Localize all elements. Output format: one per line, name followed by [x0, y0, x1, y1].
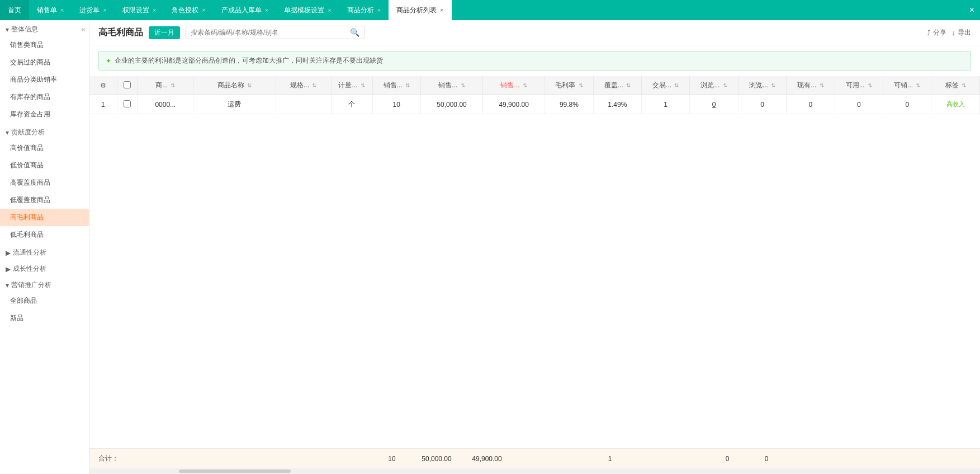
th-gross-rate[interactable]: 毛利率 ⇅: [545, 76, 593, 95]
sort-icon: ⇅: [361, 82, 365, 88]
horizontal-scrollbar[interactable]: [89, 468, 980, 474]
search-icon[interactable]: 🔍: [350, 28, 359, 37]
cell-gross-rate: 99.8%: [545, 95, 593, 114]
cell-browse1[interactable]: 0: [690, 95, 738, 114]
close-icon[interactable]: ×: [60, 7, 64, 13]
nav-purchase-order[interactable]: 进货单 ×: [72, 0, 114, 20]
sort-icon: ⇅: [868, 82, 872, 88]
th-stock2[interactable]: 可用... ⇅: [835, 76, 883, 95]
th-browse1[interactable]: 浏览... ⇅: [690, 76, 738, 95]
sidebar-item-sales-goods[interactable]: 销售类商品: [0, 36, 89, 54]
th-checkbox[interactable]: [117, 76, 138, 95]
sidebar-item-new-goods[interactable]: 新品: [0, 309, 89, 327]
global-close-icon[interactable]: ×: [969, 5, 974, 15]
select-all-checkbox[interactable]: [124, 81, 131, 88]
chevron-down-icon: ▾: [6, 26, 9, 34]
export-icon: ↓: [952, 29, 956, 37]
sort-icon: ⇅: [771, 82, 775, 88]
th-code[interactable]: 商... ⇅: [138, 76, 193, 95]
settings-icon[interactable]: ⚙: [100, 82, 106, 90]
sidebar-item-low-margin[interactable]: 低毛利商品: [0, 226, 89, 243]
close-icon[interactable]: ×: [440, 7, 443, 13]
nav-role-auth[interactable]: 角色授权 ×: [164, 0, 213, 20]
footer-label: 合计：: [98, 454, 143, 463]
close-icon[interactable]: ×: [377, 7, 381, 13]
th-sales-amt[interactable]: 销售... ⇅: [421, 76, 483, 95]
sidebar-group-growth[interactable]: ▶ 成长性分析: [0, 260, 89, 276]
sidebar-item-in-stock-goods[interactable]: 有库存的商品: [0, 88, 89, 106]
period-button[interactable]: 近一月: [149, 26, 180, 39]
browse-link[interactable]: 0: [712, 101, 716, 109]
nav-product-analysis[interactable]: 商品分析 ×: [339, 0, 389, 20]
nav-product-analysis-list[interactable]: 商品分析列表 ×: [389, 0, 451, 20]
main-layout: « ▾ 整体信息 销售类商品 交易过的商品 商品分类助销率 有库存的商品 库存资…: [0, 20, 980, 474]
cell-num: 1: [89, 95, 117, 114]
cell-sales-amt: 50,000.00: [421, 95, 483, 114]
th-spec[interactable]: 规格... ⇅: [276, 76, 331, 95]
tag-badge: 高收入: [946, 101, 965, 107]
cell-browse2: 0: [738, 95, 786, 114]
footer-sales-qty: 10: [372, 455, 411, 463]
th-unit[interactable]: 计量... ⇅: [331, 76, 372, 95]
close-icon[interactable]: ×: [103, 7, 106, 13]
th-coverage[interactable]: 覆盖... ⇅: [593, 76, 641, 95]
page-title: 高毛利商品: [98, 27, 143, 39]
sidebar-group-liquidity[interactable]: ▶ 流通性分析: [0, 243, 89, 260]
close-icon[interactable]: ×: [328, 7, 331, 13]
footer-trade: 1: [590, 455, 629, 463]
nav-home[interactable]: 首页: [0, 0, 29, 20]
th-trade[interactable]: 交易... ⇅: [642, 76, 690, 95]
chevron-right-icon: ▶: [6, 265, 11, 273]
table-row: 10000...运费个1050,000.0049,900.0099.8%1.49…: [89, 95, 980, 114]
th-sales-profit[interactable]: 销售... ⇅: [483, 76, 545, 95]
sidebar-item-stock-capital[interactable]: 库存资金占用: [0, 106, 89, 123]
content-header: 高毛利商品 近一月 🔍 ⤴ 分享 ↓ 导出: [89, 20, 980, 45]
cell-name: 运费: [193, 95, 276, 114]
sidebar-group-contribution[interactable]: ▾ 贡献度分析: [0, 123, 89, 139]
search-box: 🔍: [186, 26, 364, 39]
sidebar-item-low-coverage[interactable]: 低覆盖度商品: [0, 191, 89, 209]
sidebar-item-category-rate[interactable]: 商品分类助销率: [0, 71, 89, 88]
sidebar-item-traded-goods[interactable]: 交易过的商品: [0, 54, 89, 71]
cell-check[interactable]: [117, 95, 138, 114]
nav-permission-settings[interactable]: 权限设置 ×: [115, 0, 164, 20]
sidebar-item-high-value[interactable]: 高价值商品: [0, 139, 89, 157]
th-sales-qty[interactable]: 销售... ⇅: [372, 76, 420, 95]
footer-summary: 合计： 10 50,000.00 49,900.00 1 0 0: [89, 448, 980, 468]
sort-icon: ⇅: [579, 82, 583, 88]
chevron-right-icon: ▶: [6, 249, 11, 257]
sidebar-group-overall[interactable]: ▾ 整体信息: [0, 20, 89, 36]
sidebar-group-marketing[interactable]: ▾ 营销推广分析: [0, 276, 89, 292]
th-tag[interactable]: 标签 ⇅: [931, 76, 980, 95]
export-button[interactable]: ↓ 导出: [952, 28, 972, 37]
sort-icon: ⇅: [674, 82, 679, 88]
footer-stock1: 0: [708, 455, 747, 463]
search-input[interactable]: [191, 29, 350, 36]
nav-product-inbound[interactable]: 产成品入库单 ×: [214, 0, 276, 20]
sidebar-item-high-coverage[interactable]: 高覆盖度商品: [0, 174, 89, 191]
th-settings[interactable]: ⚙: [89, 76, 117, 95]
th-stock3[interactable]: 可销... ⇅: [883, 76, 931, 95]
sort-icon: ⇅: [523, 82, 527, 88]
nav-template-settings[interactable]: 单据模板设置 ×: [276, 0, 339, 20]
share-button[interactable]: ⤴ 分享: [927, 28, 946, 37]
close-icon[interactable]: ×: [265, 7, 268, 13]
sidebar-collapse-icon[interactable]: «: [81, 25, 86, 34]
footer-sales-amt: 50,000.00: [411, 455, 462, 463]
th-name[interactable]: 商品名称 ⇅: [193, 76, 276, 95]
info-banner: ✦ 企业的主要的利润都是这部分商品创造的，可考虑加大推广，同时关注库存是不要出现…: [98, 51, 971, 71]
row-checkbox[interactable]: [124, 100, 131, 107]
sidebar-item-all-goods[interactable]: 全部商品: [0, 292, 89, 309]
close-icon[interactable]: ×: [153, 7, 156, 13]
cell-tag[interactable]: 高收入: [931, 95, 980, 114]
close-icon[interactable]: ×: [202, 7, 205, 13]
scrollbar-thumb[interactable]: [179, 470, 291, 473]
th-browse2[interactable]: 浏览... ⇅: [738, 76, 786, 95]
nav-sales-order[interactable]: 销售单 ×: [29, 0, 72, 20]
footer-sales-profit: 49,900.00: [462, 455, 512, 463]
th-stock1[interactable]: 现有... ⇅: [787, 76, 835, 95]
sidebar-item-high-margin[interactable]: 高毛利商品: [0, 209, 89, 226]
sidebar-item-low-value[interactable]: 低价值商品: [0, 157, 89, 174]
table-body: 10000...运费个1050,000.0049,900.0099.8%1.49…: [89, 95, 980, 114]
cell-code: 0000...: [138, 95, 193, 114]
